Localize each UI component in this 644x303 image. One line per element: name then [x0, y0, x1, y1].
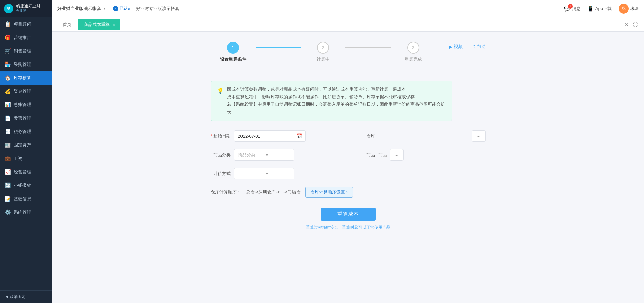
sidebar-item-project[interactable]: 📋 项目顾问	[0, 17, 52, 31]
expense-icon: 🔄	[5, 182, 11, 188]
top-links: ▶ 视频 | ? 帮助	[449, 44, 486, 50]
step-3-circle: 3	[407, 42, 419, 54]
tab-home[interactable]: 首页	[57, 19, 77, 30]
account-chevron-icon: ▼	[103, 7, 106, 10]
goods-label: 商品	[355, 152, 375, 158]
sidebar-item-label: 税务管理	[14, 129, 31, 135]
warehouse-order-settings-btn[interactable]: 仓库计算顺序设置 ›	[305, 187, 353, 198]
recalc-btn[interactable]: 重算成本	[321, 208, 376, 221]
info-box: 💡 因成本计算参数调整，或是对商品成本有疑问时，可以通过成本重算功能，重新计算一…	[211, 81, 452, 121]
account-selector[interactable]: 好业财专业版演示帐套 ▼	[57, 6, 106, 12]
app-logo: 畅	[4, 4, 13, 13]
invoice-icon: 📄	[5, 115, 11, 121]
username-label: 珠珠	[630, 6, 639, 12]
sidebar-item-label: 项目顾问	[14, 21, 31, 27]
step-3-label: 重算完成	[405, 56, 422, 62]
tab-cost-recalc-label: 商品成本重算	[84, 22, 110, 27]
step-1-circle: 1	[227, 42, 239, 54]
sidebar-item-marketing[interactable]: 🎁 营销推广	[0, 31, 52, 44]
sidebar-header: 畅 畅捷通好业财 专业版	[0, 0, 52, 17]
category-placeholder: 商品分类	[238, 152, 263, 158]
sidebar-nav: 📋 项目顾问 🎁 营销推广 🛒 销售管理 🏪 采购管理 🏠 库存核算 💰 资金管…	[0, 17, 52, 290]
sales-icon: 🛒	[5, 48, 11, 54]
field-pricing: 计价方式 ▼	[211, 168, 341, 179]
verified-text: 已认证	[120, 6, 132, 11]
sidebar-item-accounting[interactable]: 📊 总账管理	[0, 98, 52, 112]
help-label: 帮助	[477, 44, 486, 50]
warehouse-label: 仓库	[355, 133, 375, 139]
warehouse-order-row: 仓库计算顺序： 总仓->深圳仓库->...->门店仓 仓库计算顺序设置 ›	[211, 187, 486, 198]
info-line3: 若【系统设置】中启用了自动调整记账日期时，会调整入库单的整单记账日期，因此重新计…	[227, 101, 446, 116]
sidebar-item-label: 发票管理	[14, 115, 31, 121]
goods-select-btn[interactable]: ···	[390, 149, 404, 161]
divider: |	[467, 44, 468, 49]
video-link[interactable]: ▶ 视频	[449, 44, 463, 50]
sidebar-item-invoice[interactable]: 📄 发票管理	[0, 112, 52, 125]
form-section: 1 设置重算条件 2 计算中	[211, 42, 486, 230]
operations-icon: 📈	[5, 169, 11, 175]
step-2: 2 计算中	[301, 42, 345, 62]
close-window-btn[interactable]: ✕	[623, 21, 630, 28]
sidebar-item-purchase[interactable]: 🏪 采购管理	[0, 58, 52, 71]
finance-icon: 💰	[5, 88, 11, 94]
pricing-select[interactable]: ▼	[234, 168, 294, 179]
sidebar-item-label: 营销推广	[14, 35, 31, 41]
content-area: 1 设置重算条件 2 计算中	[52, 32, 644, 303]
sidebar-item-expense[interactable]: 🔄 小畅报销	[0, 179, 52, 192]
step-1-label: 设置重算条件	[220, 56, 246, 62]
basic-icon: 📝	[5, 196, 11, 202]
help-icon: ?	[473, 44, 475, 49]
sidebar-item-payroll[interactable]: 💼 工资	[0, 152, 52, 165]
inventory-icon: 🏠	[5, 75, 11, 81]
sidebar-item-operations[interactable]: 📈 经营管理	[0, 165, 52, 179]
expand-window-btn[interactable]: ⛶	[632, 21, 639, 28]
warehouse-order-value: 总仓->深圳仓库->...->门店仓	[246, 189, 301, 195]
mobile-icon: 📱	[587, 5, 594, 12]
recalc-section: 重算成本 重算过程耗时较长，重算时您可以正常使用产品	[211, 208, 486, 230]
sidebar-item-label: 采购管理	[14, 61, 31, 68]
app-title: 畅捷通好业财	[16, 4, 40, 9]
tab-cost-recalc[interactable]: 商品成本重算 ×	[78, 19, 120, 30]
video-label: 视频	[454, 44, 463, 50]
marketing-icon: 🎁	[5, 35, 11, 41]
step-line-1	[256, 47, 301, 48]
start-date-input[interactable]	[238, 134, 294, 139]
warehouse-order-label: 仓库计算顺序：	[211, 189, 241, 195]
sidebar-item-label: 系统管理	[14, 209, 31, 215]
user-profile[interactable]: 珠 珠珠	[619, 4, 639, 14]
pricing-chevron-icon: ▼	[265, 172, 291, 176]
sidebar-item-inventory[interactable]: 🏠 库存核算	[0, 71, 52, 85]
sidebar-item-label: 销售管理	[14, 48, 31, 54]
step-2-label: 计算中	[317, 56, 330, 62]
step-1: 1 设置重算条件	[210, 42, 255, 62]
system-icon: ⚙️	[5, 209, 11, 215]
start-date-input-wrap[interactable]: 📅	[234, 130, 306, 142]
warehouse-select-btn[interactable]: ···	[472, 130, 486, 142]
sidebar-pin-toggle[interactable]: ◄ 取消固定	[0, 290, 52, 303]
calendar-icon[interactable]: 📅	[296, 133, 302, 139]
recalc-btn-label: 重算成本	[337, 211, 359, 217]
sidebar-item-assets[interactable]: 🏢 固定资产	[0, 138, 52, 152]
sidebar-item-basic[interactable]: 📝 基础信息	[0, 192, 52, 206]
sidebar-item-label: 基础信息	[14, 196, 31, 202]
start-date-label: * 起始日期	[211, 133, 231, 139]
video-icon: ▶	[449, 44, 452, 49]
sidebar-item-sales[interactable]: 🛒 销售管理	[0, 44, 52, 58]
message-btn[interactable]: 💬 1 消息	[564, 5, 581, 12]
form-row-1: * 起始日期 📅 仓库 ···	[211, 130, 486, 142]
tab-home-label: 首页	[63, 22, 71, 27]
assets-icon: 🏢	[5, 142, 11, 148]
tab-close-icon[interactable]: ×	[113, 23, 115, 27]
field-start-date: * 起始日期 📅	[211, 130, 341, 142]
purchase-icon: 🏪	[5, 61, 11, 68]
account-full-name: 好业财专业版演示帐套	[136, 6, 179, 12]
category-select[interactable]: 商品分类 ▼	[234, 149, 294, 161]
sidebar-item-finance[interactable]: 💰 资金管理	[0, 85, 52, 98]
help-link[interactable]: ? 帮助	[473, 44, 485, 50]
sidebar-item-label: 库存核算	[14, 75, 31, 81]
verified-icon: ✓	[113, 6, 118, 11]
sidebar-item-tax[interactable]: 🧾 税务管理	[0, 125, 52, 138]
field-category: 商品分类 商品分类 ▼	[211, 149, 341, 161]
app-download-btn[interactable]: 📱 App下载	[587, 5, 612, 12]
sidebar-item-system[interactable]: ⚙️ 系统管理	[0, 206, 52, 219]
